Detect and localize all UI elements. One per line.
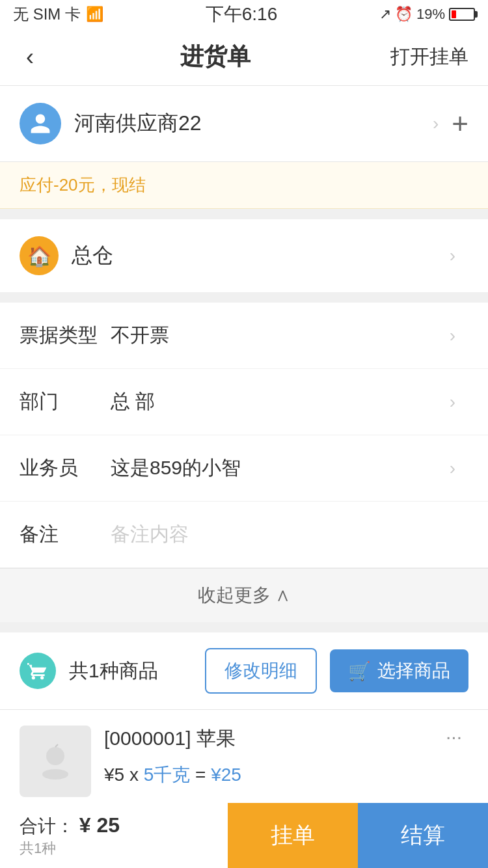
ticket-label: 票据类型 [20, 322, 111, 349]
page-title: 进货单 [180, 41, 251, 73]
select-icon: 🛒 [348, 660, 371, 682]
total-section: 合计： ¥ 25 共1种 [0, 803, 228, 868]
status-time: 下午6:16 [206, 2, 278, 27]
svg-point-1 [42, 769, 68, 780]
select-btn-label: 选择商品 [377, 658, 450, 683]
products-header: 共1种商品 修改明细 🛒 选择商品 [0, 632, 488, 710]
total-row: 合计： ¥ 25 [20, 813, 208, 839]
location-icon: ↗ [379, 6, 391, 23]
wifi-icon: 📶 [86, 6, 103, 23]
form-card: 票据类型 不开票 › 部门 总 部 › 业务员 这是859的小智 › 备注 备注… [0, 303, 488, 622]
product-thumb-icon [36, 742, 75, 781]
dept-chevron-icon: › [450, 392, 455, 413]
battery-label: 19% [416, 6, 445, 23]
collapse-button[interactable]: 收起更多 ∧ [0, 568, 488, 622]
product-info: [0000001] 苹果 ¥5 x 5千克 = ¥25 [104, 726, 426, 787]
total-amount: ¥ 25 [79, 813, 120, 837]
person-icon [29, 112, 52, 135]
note-placeholder: 备注内容 [111, 521, 468, 548]
products-card: 共1种商品 修改明细 🛒 选择商品 [0000001] 苹果 [0, 632, 488, 813]
open-hang-button[interactable]: 打开挂单 [390, 44, 468, 70]
dept-label: 部门 [20, 388, 111, 415]
line-total: ¥25 [211, 765, 241, 785]
product-thumbnail [20, 726, 91, 797]
status-bar: 无 SIM 卡 📶 下午6:16 ↗ ⏰ 19% [0, 0, 488, 29]
product-name: [0000001] 苹果 [104, 726, 426, 752]
warehouse-icon: 🏠 [20, 236, 59, 275]
total-prefix: 合计： [20, 816, 74, 836]
warehouse-name: 总仓 [72, 241, 450, 270]
product-title: 苹果 [197, 727, 236, 749]
price-separator: x [129, 765, 144, 785]
salesman-chevron-icon: › [450, 458, 455, 479]
shopping-icon [27, 660, 48, 681]
edit-details-button[interactable]: 修改明细 [205, 648, 317, 694]
supplier-name: 河南供应商22 [74, 109, 433, 138]
carrier-label: 无 SIM 卡 [13, 4, 81, 25]
alarm-icon: ⏰ [395, 6, 413, 23]
ticket-chevron-icon: › [450, 325, 455, 346]
ticket-type-row[interactable]: 票据类型 不开票 › [0, 303, 488, 369]
battery-icon [449, 8, 475, 21]
nav-bar: ‹ 进货单 打开挂单 [0, 29, 488, 86]
settle-button[interactable]: 结算 [358, 803, 488, 868]
supplier-avatar [20, 103, 61, 144]
svg-point-0 [46, 747, 64, 765]
supplier-alert: 应付-20元，现结 [0, 162, 488, 209]
supplier-card: 河南供应商22 › + 应付-20元，现结 [0, 86, 488, 209]
product-price: ¥5 x 5千克 = ¥25 [104, 763, 426, 787]
main-content: 河南供应商22 › + 应付-20元，现结 🏠 总仓 › 票据类型 不开票 › … [0, 86, 488, 868]
total-count: 共1种 [20, 839, 208, 858]
product-more-button[interactable]: ··· [439, 726, 468, 748]
hang-button[interactable]: 挂单 [228, 803, 358, 868]
warehouse-chevron-icon: › [450, 245, 455, 266]
supplier-row[interactable]: 河南供应商22 › + [0, 86, 488, 162]
products-count: 共1种商品 [69, 658, 192, 685]
status-right: ↗ ⏰ 19% [379, 6, 475, 23]
dept-value: 总 部 [111, 388, 450, 415]
back-button[interactable]: ‹ [20, 37, 40, 77]
qty-value: 5千克 [144, 765, 191, 785]
ticket-value: 不开票 [111, 322, 450, 349]
product-code: [0000001] [104, 727, 191, 749]
home-icon: 🏠 [27, 245, 51, 267]
products-icon [20, 653, 56, 689]
select-products-button[interactable]: 🛒 选择商品 [330, 649, 468, 692]
salesman-label: 业务员 [20, 455, 111, 481]
product-item: [0000001] 苹果 ¥5 x 5千克 = ¥25 ··· [0, 710, 488, 813]
warehouse-row[interactable]: 🏠 总仓 › [0, 219, 488, 292]
status-left: 无 SIM 卡 📶 [13, 4, 103, 25]
equals-sign: = [195, 765, 211, 785]
price-value: ¥5 [104, 765, 124, 785]
bottom-bar: 合计： ¥ 25 共1种 挂单 结算 [0, 803, 488, 868]
note-row[interactable]: 备注 备注内容 [0, 502, 488, 568]
warehouse-card: 🏠 总仓 › [0, 219, 488, 292]
supplier-chevron-icon: › [433, 113, 439, 134]
salesman-row[interactable]: 业务员 这是859的小智 › [0, 435, 488, 502]
add-supplier-button[interactable]: + [452, 109, 468, 138]
note-label: 备注 [20, 521, 111, 548]
dept-row[interactable]: 部门 总 部 › [0, 369, 488, 435]
svg-line-2 [55, 744, 58, 747]
salesman-value: 这是859的小智 [111, 455, 450, 481]
